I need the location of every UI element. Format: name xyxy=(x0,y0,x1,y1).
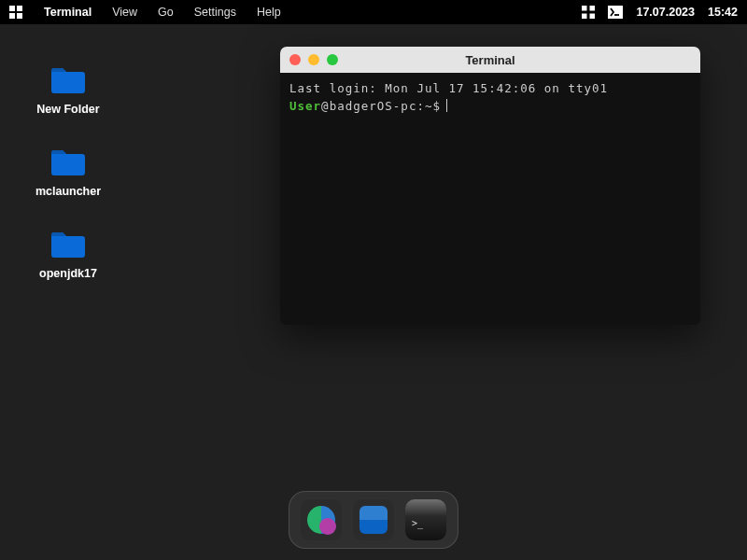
dock-app-files[interactable] xyxy=(353,499,394,540)
menu-view[interactable]: View xyxy=(112,6,137,19)
folder-openjdk17[interactable]: openjdk17 xyxy=(26,230,110,280)
tray-terminal-icon[interactable] xyxy=(608,6,623,19)
prompt-user: User xyxy=(289,99,321,113)
terminal-prompt-line: User@badgerOS-pc:~$ xyxy=(289,98,691,116)
terminal-window: Terminal Last login: Mon Jul 17 15:42:06… xyxy=(280,47,700,325)
menu-app-name[interactable]: Terminal xyxy=(44,6,92,19)
folder-icon xyxy=(49,147,87,177)
folder-icon xyxy=(49,65,87,95)
window-titlebar[interactable]: Terminal xyxy=(280,47,700,73)
svg-rect-8 xyxy=(608,6,623,19)
terminal-line-lastlogin: Last login: Mon Jul 17 15:42:06 on tty01 xyxy=(289,80,691,98)
svg-rect-4 xyxy=(582,6,587,11)
menu-settings[interactable]: Settings xyxy=(194,6,236,19)
cursor-icon xyxy=(446,99,447,112)
terminal-body[interactable]: Last login: Mon Jul 17 15:42:06 on tty01… xyxy=(280,73,700,325)
menu-bar: Terminal View Go Settings Help 17.07.202… xyxy=(0,0,747,24)
tray-grid-icon[interactable] xyxy=(582,6,595,19)
desktop-icons: New Folder mclauncher openjdk17 xyxy=(26,65,110,280)
window-title: Terminal xyxy=(280,53,700,67)
folder-label: mclauncher xyxy=(35,185,101,198)
svg-rect-1 xyxy=(17,6,22,11)
svg-rect-3 xyxy=(17,13,22,19)
menu-help[interactable]: Help xyxy=(257,6,281,19)
svg-rect-0 xyxy=(9,6,15,11)
logo-icon[interactable] xyxy=(9,6,23,20)
menu-time: 15:42 xyxy=(708,6,738,19)
dock: >_ xyxy=(289,491,458,549)
folder-label: New Folder xyxy=(36,103,99,116)
folder-new-folder[interactable]: New Folder xyxy=(26,65,110,116)
folder-icon xyxy=(49,230,87,259)
menu-date: 17.07.2023 xyxy=(636,6,695,19)
svg-rect-5 xyxy=(590,6,596,11)
folder-mclauncher[interactable]: mclauncher xyxy=(26,147,110,198)
svg-rect-6 xyxy=(582,14,587,20)
prompt-host: @badgerOS-pc:~$ xyxy=(321,99,441,113)
dock-app-shapes[interactable] xyxy=(301,499,342,540)
svg-rect-7 xyxy=(590,14,596,20)
menu-go[interactable]: Go xyxy=(158,6,174,19)
svg-rect-2 xyxy=(9,13,15,19)
folder-label: openjdk17 xyxy=(39,267,97,280)
dock-app-terminal[interactable]: >_ xyxy=(405,499,446,540)
